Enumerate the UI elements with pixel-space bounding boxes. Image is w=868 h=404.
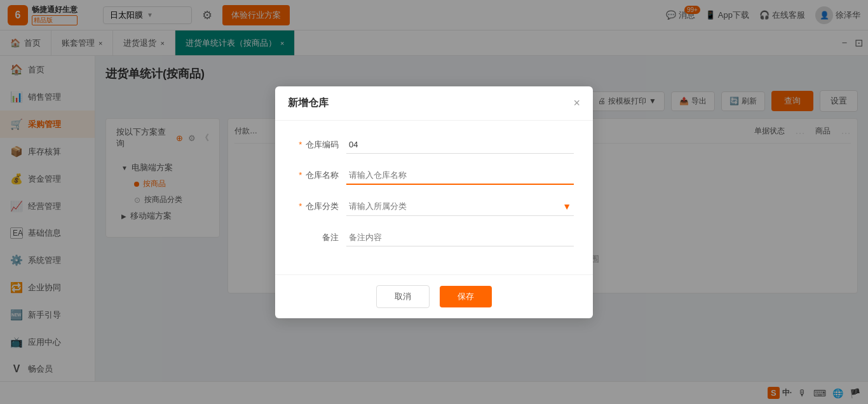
new-warehouse-modal: 新增仓库 × * 仓库编码 * 仓库名称 [275,86,593,318]
category-dropdown-icon[interactable]: ▼ [562,201,571,212]
form-row-code: * 仓库编码 [294,136,574,154]
form-row-name: * 仓库名称 [294,166,574,185]
form-row-category: * 仓库分类 ▼ [294,198,574,216]
category-select[interactable]: ▼ [346,198,574,216]
category-label-text: 仓库分类 [306,201,339,211]
modal-close-button[interactable]: × [573,97,580,110]
name-label-text: 仓库名称 [306,170,339,180]
note-label: 备注 [294,232,339,243]
code-label-text: 仓库编码 [306,140,339,149]
warehouse-name-input[interactable] [346,166,574,185]
warehouse-note-input[interactable] [346,229,574,246]
cancel-button[interactable]: 取消 [376,285,430,308]
category-label: * 仓库分类 [294,201,339,212]
code-label: * 仓库编码 [294,139,339,151]
name-label: * 仓库名称 [294,170,339,181]
save-button[interactable]: 保存 [440,286,492,307]
required-star-name: * [299,170,302,180]
note-label-text: 备注 [322,232,339,242]
modal-title: 新增仓库 [288,97,329,110]
category-input[interactable] [349,201,562,211]
required-star-code: * [299,140,302,149]
modal-overlay: 新增仓库 × * 仓库编码 * 仓库名称 [0,0,868,404]
warehouse-code-input[interactable] [346,136,574,154]
modal-footer: 取消 保存 [275,274,593,318]
modal-header: 新增仓库 × [275,86,593,121]
form-row-note: 备注 [294,229,574,246]
modal-body: * 仓库编码 * 仓库名称 * 仓库分类 [275,121,593,274]
required-star-category: * [299,201,302,211]
